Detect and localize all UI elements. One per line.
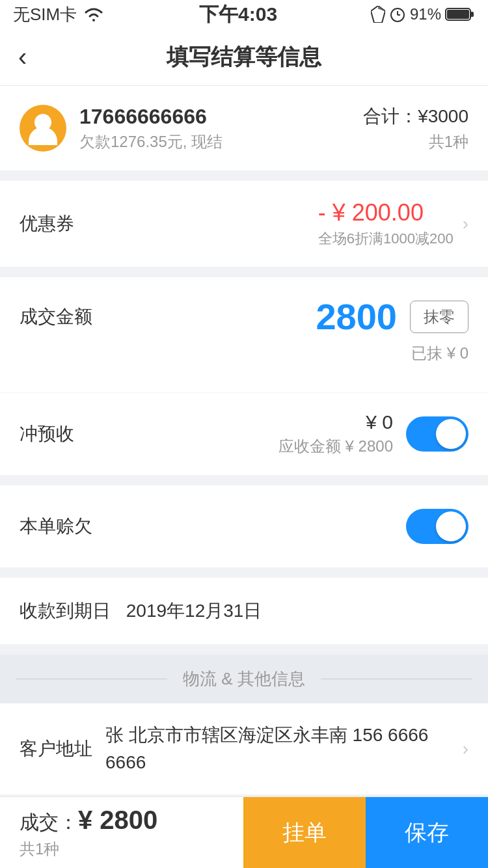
nav-bar: ‹ 填写结算等信息 [0,29,488,86]
total-amount: 合计：¥3000 [363,104,468,129]
wifi-icon [82,6,105,23]
alarm-icon [389,6,406,23]
customer-total: 合计：¥3000 共1种 [363,104,468,152]
deal-amount-value: 2800 [316,295,397,338]
bottom-deal-row: 成交：¥ 2800 [20,806,224,836]
customer-info-left: 17666666666 欠款1276.35元, 现结 [20,105,223,152]
coupon-amount: - ¥ 200.00 [318,199,454,226]
duedate-section: 收款到期日 2019年12月31日 [0,578,488,644]
divider-line-right [321,679,472,679]
prereceive-toggle[interactable] [406,416,468,452]
coupon-desc: 全场6折满1000减200 [318,229,454,249]
status-right: 91% [371,5,475,23]
debit-section: 本单赊欠 [0,485,488,567]
deal-row: 成交金额 2800 抹零 [20,295,468,338]
deal-value-wrap: 2800 抹零 [316,295,468,338]
deal-sub-text: 已抹 ¥ 0 [20,343,468,364]
address-label: 客户地址 [20,737,92,761]
back-button[interactable]: ‹ [18,42,27,72]
deal-amount-row: 成交金额 2800 抹零 已抹 ¥ 0 [0,277,488,382]
customer-debt: 欠款1276.35元, 现结 [79,131,223,152]
duedate-label: 收款到期日 [20,601,111,621]
bottom-bar: 成交：¥ 2800 共1种 挂单 保存 [0,796,488,868]
pending-button[interactable]: 挂单 [243,797,366,868]
customer-info: 17666666666 欠款1276.35元, 现结 [79,105,223,152]
svg-rect-6 [470,12,474,17]
prereceive-row: 冲预收 ¥ 0 应收金额 ¥ 2800 [0,392,488,475]
status-time: 下午4:03 [199,1,277,28]
divider-line-left [16,679,167,679]
coupon-section: 优惠券 - ¥ 200.00 全场6折满1000减200 › [0,181,488,267]
page-title: 填写结算等信息 [167,42,321,72]
address-section: 客户地址 张 北京市市辖区海淀区永丰南 156 6666 6666 › [0,703,488,794]
location-icon [371,6,385,23]
battery-percent: 91% [410,5,441,23]
coupon-label: 优惠券 [20,211,74,236]
prereceive-right: ¥ 0 应收金额 ¥ 2800 [278,411,468,457]
bottom-amount: ¥ 2800 [78,806,157,834]
bottom-count: 共1种 [20,839,224,860]
customer-card: 17666666666 欠款1276.35元, 现结 合计：¥3000 共1种 [0,86,488,170]
prereceive-amount: ¥ 0 [278,411,393,433]
bottom-buttons: 挂单 保存 [243,797,488,868]
address-row[interactable]: 客户地址 张 北京市市辖区海淀区永丰南 156 6666 6666 › [0,703,488,794]
divider-section: 物流 & 其他信息 [0,655,488,703]
chevron-right-icon: › [463,213,468,234]
divider-text: 物流 & 其他信息 [183,668,305,690]
prereceive-sub: 应收金额 ¥ 2800 [278,436,393,457]
total-count: 共1种 [363,131,468,152]
address-chevron-icon: › [463,739,468,759]
battery-icon [445,7,475,22]
coupon-row[interactable]: 优惠券 - ¥ 200.00 全场6折满1000减200 › [0,181,488,267]
save-button[interactable]: 保存 [366,797,488,868]
status-bar: 无SIM卡 下午4:03 91% [0,0,488,29]
debit-toggle[interactable] [406,509,468,544]
customer-phone: 17666666666 [79,105,223,129]
debit-row: 本单赊欠 [0,485,488,567]
duedate-row: 收款到期日 2019年12月31日 [0,578,488,644]
status-left: 无SIM卡 [13,3,105,26]
deal-label: 成交金额 [20,305,92,329]
sim-status: 无SIM卡 [13,3,77,26]
deal-section: 成交金额 2800 抹零 已抹 ¥ 0 冲预收 ¥ 0 应收金额 ¥ 2800 [0,277,488,475]
bottom-deal-label: 成交： [20,811,78,833]
prereceive-values: ¥ 0 应收金额 ¥ 2800 [278,411,393,457]
address-value: 张 北京市市辖区海淀区永丰南 156 6666 6666 [105,722,463,776]
duedate-value: 2019年12月31日 [126,601,262,621]
coupon-right: - ¥ 200.00 全场6折满1000减200 › [318,199,468,249]
prereceive-label: 冲预收 [20,422,74,446]
svg-rect-7 [447,10,469,19]
bottom-summary: 成交：¥ 2800 共1种 [0,806,243,860]
avatar [20,105,66,152]
round-button[interactable]: 抹零 [410,301,468,333]
debit-label: 本单赊欠 [20,514,92,539]
